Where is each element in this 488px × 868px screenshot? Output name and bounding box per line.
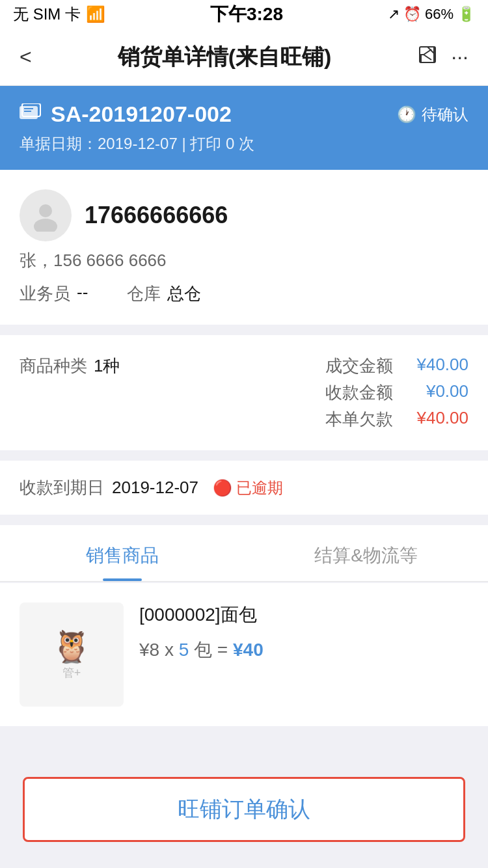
- received-value: ¥0.00: [403, 381, 468, 404]
- warehouse-value: 总仓: [167, 282, 201, 305]
- price-text: ¥8: [139, 640, 159, 660]
- confirm-button[interactable]: 旺铺订单确认: [23, 777, 465, 842]
- svg-point-5: [39, 204, 52, 217]
- salesperson-label: 业务员: [20, 282, 70, 305]
- overdue-badge: 🔴 已逾期: [213, 478, 283, 498]
- due-date-value: 2019-12-07: [112, 478, 198, 498]
- product-name: [0000002]面包: [139, 603, 468, 627]
- qty-text: 5: [179, 640, 189, 660]
- unit-text: 包: [194, 640, 212, 660]
- tab-settlement[interactable]: 结算&物流等: [244, 525, 488, 581]
- amount-label: 成交金额: [325, 355, 393, 377]
- nav-bar: < 销货单详情(来自旺铺) ···: [0, 29, 488, 86]
- customer-section: 17666666666 张，156 6666 6666 业务员 -- 仓库 总仓: [0, 170, 488, 325]
- tab-sales-products[interactable]: 销售商品: [0, 525, 244, 581]
- overdue-icon: 🔴: [213, 479, 232, 497]
- order-icon: [20, 102, 43, 127]
- type-value: 1种: [94, 355, 120, 377]
- order-date: 单据日期：2019-12-07 | 打印 0 次: [20, 133, 468, 154]
- carrier-text: 无 SIM 卡: [13, 4, 81, 25]
- warehouse-label: 仓库: [127, 282, 161, 305]
- salesperson-value: --: [77, 282, 88, 305]
- order-status: 🕐 待确认: [397, 104, 468, 125]
- svg-point-6: [34, 219, 57, 232]
- page-title: 销货单详情(来自旺铺): [118, 42, 332, 72]
- product-logo-text: 管+: [52, 665, 91, 681]
- summary-row: 商品种类 1种 成交金额 ¥40.00 收款金额 ¥0.00 本单欠款 ¥40.…: [20, 355, 468, 431]
- product-logo-icon: 🦉: [52, 629, 91, 665]
- amounts: 成交金额 ¥40.00 收款金额 ¥0.00 本单欠款 ¥40.00: [325, 355, 468, 431]
- order-id-text: SA-20191207-002: [51, 102, 232, 127]
- confirm-button-wrap: 旺铺订单确认: [23, 777, 465, 842]
- clock-icon: 🕐: [397, 105, 416, 124]
- customer-phone: 17666666666: [85, 202, 228, 229]
- product-type: 商品种类 1种: [20, 355, 120, 377]
- tab-sales-label: 销售商品: [86, 545, 159, 565]
- more-button[interactable]: ···: [451, 45, 468, 69]
- summary-section: 商品种类 1种 成交金额 ¥40.00 收款金额 ¥0.00 本单欠款 ¥40.…: [0, 335, 488, 450]
- product-item: 🦉 管+ [0000002]面包 ¥8 x 5 包 = ¥40: [20, 603, 468, 707]
- salesperson-field: 业务员 --: [20, 282, 88, 305]
- nav-left: <: [20, 45, 32, 69]
- share-button[interactable]: [417, 44, 438, 70]
- equals-sign: =: [217, 640, 233, 660]
- nav-right: ···: [417, 44, 468, 70]
- status-left: 无 SIM 卡 📶: [13, 4, 105, 25]
- status-bar: 无 SIM 卡 📶 下午3:28 ↗ ⏰ 66% 🔋: [0, 0, 488, 29]
- price-separator: x: [165, 640, 179, 660]
- alarm-icon: ⏰: [403, 6, 421, 23]
- back-button[interactable]: <: [20, 45, 32, 69]
- product-thumb-inner: 🦉 管+: [52, 629, 91, 681]
- overdue-text: 已逾期: [236, 478, 283, 498]
- received-label: 收款金额: [325, 381, 393, 404]
- tab-settlement-label: 结算&物流等: [314, 545, 418, 565]
- amount-row: 成交金额 ¥40.00: [325, 355, 468, 377]
- product-thumbnail: 🦉 管+: [20, 603, 124, 707]
- product-info: [0000002]面包 ¥8 x 5 包 = ¥40: [139, 603, 468, 662]
- customer-row: 17666666666: [20, 189, 468, 241]
- due-label: 收款到期日: [20, 476, 104, 499]
- order-id-row: SA-20191207-002 🕐 待确认: [20, 102, 468, 127]
- battery-icon: 🔋: [457, 6, 475, 23]
- amount-value: ¥40.00: [403, 355, 468, 377]
- wifi-icon: 📶: [86, 5, 105, 23]
- balance-row: 本单欠款 ¥40.00: [325, 408, 468, 431]
- balance-label: 本单欠款: [325, 408, 393, 431]
- customer-meta: 业务员 -- 仓库 总仓: [20, 282, 468, 305]
- location-icon: ↗: [388, 6, 400, 23]
- tabs-bar: 销售商品 结算&物流等: [0, 525, 488, 582]
- customer-info: 张，156 6666 6666: [20, 249, 468, 272]
- balance-value: ¥40.00: [403, 408, 468, 431]
- warehouse-field: 仓库 总仓: [127, 282, 201, 305]
- order-id: SA-20191207-002: [20, 102, 232, 127]
- product-section: 🦉 管+ [0000002]面包 ¥8 x 5 包 = ¥40: [0, 583, 488, 726]
- order-header: SA-20191207-002 🕐 待确认 单据日期：2019-12-07 | …: [0, 86, 488, 170]
- battery-text: 66%: [425, 6, 454, 23]
- product-price: ¥8 x 5 包 = ¥40: [139, 638, 468, 662]
- status-time: 下午3:28: [210, 2, 283, 27]
- order-status-text: 待确认: [422, 104, 468, 125]
- status-right: ↗ ⏰ 66% 🔋: [388, 6, 475, 23]
- total-price: ¥40: [233, 640, 264, 660]
- due-section: 收款到期日 2019-12-07 🔴 已逾期: [0, 461, 488, 515]
- received-row: 收款金额 ¥0.00: [325, 381, 468, 404]
- avatar: [20, 189, 72, 241]
- type-label: 商品种类: [20, 355, 87, 377]
